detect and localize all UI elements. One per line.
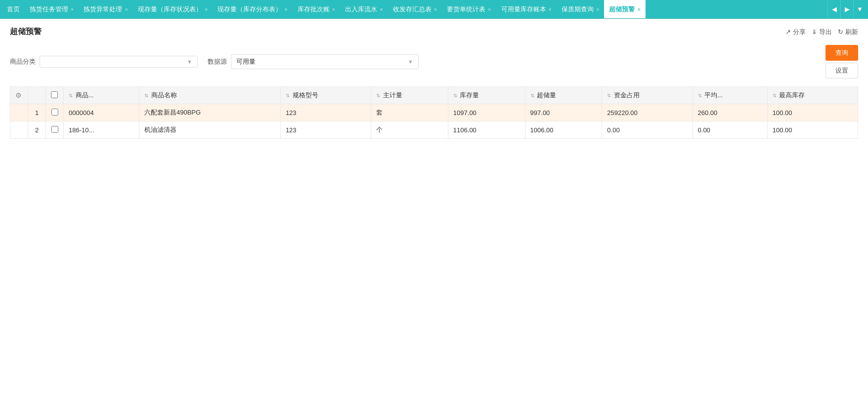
td-capital: 0.00 xyxy=(602,121,693,139)
query-button[interactable]: 查询 xyxy=(825,45,858,61)
close-icon[interactable]: × xyxy=(488,6,491,12)
td-overstock: 1006.00 xyxy=(525,121,602,139)
th-product-name: ⇅ 商品名称 xyxy=(139,87,280,104)
refresh-icon: ↻ xyxy=(838,28,843,36)
nav-inout-flow[interactable]: 出入库流水 × xyxy=(340,0,388,19)
close-icon[interactable]: × xyxy=(332,6,335,12)
nav-available-book[interactable]: 可用量库存账本 × xyxy=(496,0,557,19)
category-label: 商品分类 xyxy=(10,57,36,66)
close-icon[interactable]: × xyxy=(125,6,128,12)
nav-batch[interactable]: 库存批次账 × xyxy=(293,0,340,19)
close-icon[interactable]: × xyxy=(284,6,287,12)
th-spec: ⇅ 规格型号 xyxy=(280,87,371,104)
filter-row: 商品分类 ▼ 数据源 可用量 ▼ 查询 设置 xyxy=(10,45,858,79)
td-avg: 0.00 xyxy=(693,121,767,139)
close-icon[interactable]: × xyxy=(434,6,437,12)
nav-home[interactable]: 首页 xyxy=(2,0,25,19)
gear-icon[interactable]: ⚙ xyxy=(15,91,22,99)
td-stock: 1097.00 xyxy=(448,104,525,121)
td-product-name: 机油滤清器 xyxy=(139,121,280,139)
datasource-select[interactable]: 可用量 ▼ xyxy=(231,54,419,69)
export-button[interactable]: ⇓ 导出 xyxy=(812,28,832,37)
td-rownum: 1 xyxy=(28,104,46,121)
td-max-stock: 100.00 xyxy=(767,104,858,121)
nav-prev-arrow[interactable]: ◀ xyxy=(827,0,840,19)
td-checkbox xyxy=(46,121,64,139)
category-filter: 商品分类 ▼ xyxy=(10,56,198,68)
top-navigation: 首页 拣货任务管理 × 拣货异常处理 × 现存量（库存状况表） × 现存量（库存… xyxy=(0,0,868,19)
export-icon: ⇓ xyxy=(812,28,817,36)
nav-exception[interactable]: 拣货异常处理 × xyxy=(79,0,132,19)
chevron-down-icon: ▼ xyxy=(187,59,192,65)
action-buttons: 查询 设置 xyxy=(825,45,858,79)
th-overstock: ⇅ 超储量 xyxy=(525,87,602,104)
nav-task-mgmt[interactable]: 拣货任务管理 × xyxy=(25,0,79,19)
td-checkbox xyxy=(46,104,64,121)
row-checkbox[interactable] xyxy=(51,109,58,116)
th-stock: ⇅ 库存量 xyxy=(448,87,525,104)
refresh-button[interactable]: ↻ 刷新 xyxy=(838,28,858,37)
table-row: 1 0000004 六配套新昌490BPG 123 套 1097.00 997.… xyxy=(10,104,858,121)
td-settings xyxy=(10,104,28,121)
select-all-checkbox[interactable] xyxy=(51,91,58,98)
chevron-down-icon: ▼ xyxy=(408,59,413,65)
td-product-code: 186-10... xyxy=(64,121,139,139)
close-icon[interactable]: × xyxy=(205,6,208,12)
nav-stock-status[interactable]: 现存量（库存状况表） × xyxy=(133,0,213,19)
th-avg: ⇅ 平均... xyxy=(693,87,767,104)
td-avg: 260.00 xyxy=(693,104,767,121)
share-icon: ↗ xyxy=(785,28,791,36)
td-overstock: 997.00 xyxy=(525,104,602,121)
sort-icon: ⇅ xyxy=(698,93,702,98)
sort-icon: ⇅ xyxy=(69,93,73,98)
data-table: ⚙ ⇅ 商品... ⇅ 商品名称 ⇅ 规格型号 xyxy=(10,86,858,139)
close-icon[interactable]: × xyxy=(71,6,74,12)
td-max-stock: 100.00 xyxy=(767,121,858,139)
sort-icon: ⇅ xyxy=(607,93,611,98)
datasource-value: 可用量 xyxy=(236,57,256,66)
close-icon[interactable]: × xyxy=(637,6,640,12)
nav-stock-dist[interactable]: 现存量（库存分布表） × xyxy=(213,0,292,19)
nav-overstock[interactable]: 超储预警 × xyxy=(604,0,645,19)
page-title: 超储预警 xyxy=(10,27,42,37)
datasource-label: 数据源 xyxy=(208,57,227,66)
sort-icon: ⇅ xyxy=(144,93,148,98)
td-rownum: 2 xyxy=(28,121,46,139)
td-product-name: 六配套新昌490BPG xyxy=(139,104,280,121)
td-unit: 套 xyxy=(371,104,448,121)
settings-button[interactable]: 设置 xyxy=(825,63,858,79)
td-product-code: 0000004 xyxy=(64,104,139,121)
nav-next-arrow[interactable]: ▶ xyxy=(840,0,853,19)
close-icon[interactable]: × xyxy=(596,6,599,12)
category-select[interactable]: ▼ xyxy=(40,56,198,68)
th-checkbox xyxy=(46,87,64,104)
th-product-code: ⇅ 商品... xyxy=(64,87,139,104)
sort-icon: ⇅ xyxy=(286,93,290,98)
th-capital: ⇅ 资金占用 xyxy=(602,87,693,104)
header-actions: ↗ 分享 ⇓ 导出 ↻ 刷新 xyxy=(785,28,858,37)
nav-dropdown-arrow[interactable]: ▼ xyxy=(853,0,866,19)
sort-icon: ⇅ xyxy=(530,93,534,98)
th-settings: ⚙ xyxy=(10,87,28,104)
th-max-stock: ⇅ 最高库存 xyxy=(767,87,858,104)
td-stock: 1106.00 xyxy=(448,121,525,139)
td-spec: 123 xyxy=(280,104,371,121)
page-content: 超储预警 ↗ 分享 ⇓ 导出 ↻ 刷新 商品分类 ▼ 数据源 xyxy=(0,19,868,395)
td-spec: 123 xyxy=(280,121,371,139)
td-settings xyxy=(10,121,28,139)
row-checkbox[interactable] xyxy=(51,126,58,133)
nav-shelf-life[interactable]: 保质期查询 × xyxy=(557,0,604,19)
table-row: 2 186-10... 机油滤清器 123 个 1106.00 1006.00 … xyxy=(10,121,858,139)
nav-collect-summary[interactable]: 收发存汇总表 × xyxy=(388,0,442,19)
nav-arrows: ◀ ▶ ▼ xyxy=(827,0,866,19)
sort-icon: ⇅ xyxy=(773,93,777,98)
nav-order-stats[interactable]: 要货单统计表 × xyxy=(442,0,496,19)
td-unit: 个 xyxy=(371,121,448,139)
close-icon[interactable]: × xyxy=(380,6,383,12)
td-capital: 259220.00 xyxy=(602,104,693,121)
page-header: 超储预警 ↗ 分享 ⇓ 导出 ↻ 刷新 xyxy=(10,27,858,37)
share-button[interactable]: ↗ 分享 xyxy=(785,28,806,37)
close-icon[interactable]: × xyxy=(549,6,552,12)
th-rownum xyxy=(28,87,46,104)
th-unit: ⇅ 主计量 xyxy=(371,87,448,104)
